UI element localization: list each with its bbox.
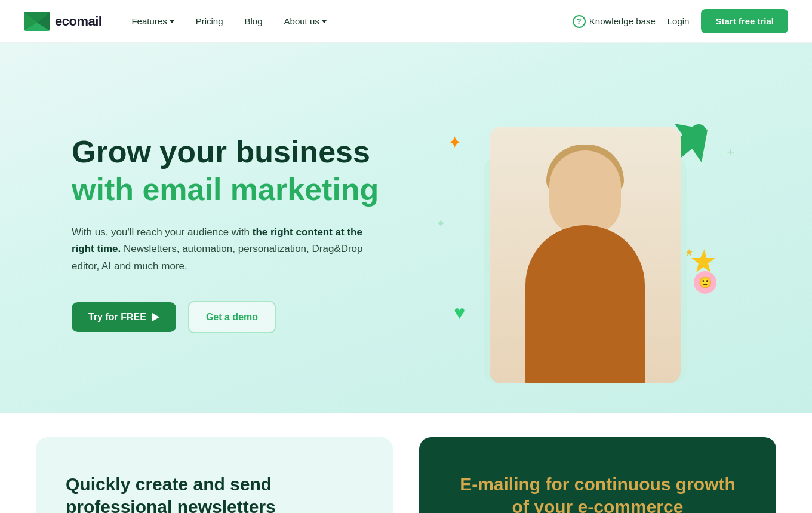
nav-blog[interactable]: Blog <box>236 11 271 31</box>
get-demo-button[interactable]: Get a demo <box>188 301 276 333</box>
smiley-icon: 🙂 <box>694 271 716 294</box>
svg-marker-5 <box>691 249 715 272</box>
hero-person-container: ✦ ✦ + <box>472 109 699 383</box>
person-head <box>549 150 621 234</box>
star-orange-icon: ✦ <box>448 133 462 152</box>
logo-icon <box>24 12 50 31</box>
hero-title-line2: with email marketing <box>72 172 406 208</box>
play-icon <box>152 313 159 321</box>
card-newsletters-title: Quickly create and send professional new… <box>66 473 363 513</box>
nav-right: ? Knowledge base Login Start free trial <box>573 9 788 33</box>
person-body <box>525 225 645 383</box>
try-free-button[interactable]: Try for FREE <box>72 302 176 332</box>
chevron-down-icon <box>322 20 327 23</box>
login-link[interactable]: Login <box>665 11 692 31</box>
hero-section: Grow your business with email marketing … <box>0 43 812 413</box>
nav-pricing[interactable]: Pricing <box>187 11 232 31</box>
card-ecommerce-title: E-mailing for continuous growth of your … <box>449 473 746 513</box>
start-trial-button[interactable]: Start free trial <box>701 9 788 33</box>
card-newsletters: Quickly create and send professional new… <box>36 437 393 513</box>
card-ecommerce: E-mailing for continuous growth of your … <box>419 437 776 513</box>
hero-person <box>490 127 681 383</box>
logo-text: ecomail <box>55 14 102 29</box>
nav-features[interactable]: Features <box>123 11 182 31</box>
nav-left: ecomail Features Pricing Blog About us <box>24 11 335 31</box>
bottom-cards-row: Quickly create and send professional new… <box>36 437 776 513</box>
hero-subtitle: With us, you'll reach your audience with… <box>72 224 370 274</box>
logo[interactable]: ecomail <box>24 12 102 31</box>
hero-title-line1: Grow your business <box>72 135 406 169</box>
hero-buttons: Try for FREE Get a demo <box>72 301 406 333</box>
nav-links: Features Pricing Blog About us <box>123 11 334 31</box>
star-green-icon: ✦ <box>436 216 446 231</box>
help-icon: ? <box>573 15 586 28</box>
bottom-cards-container: Quickly create and send professional new… <box>0 413 812 513</box>
hero-content: Grow your business with email marketing … <box>72 135 406 333</box>
chevron-down-icon <box>170 20 174 23</box>
plus-icon: + <box>727 145 734 160</box>
svg-marker-6 <box>687 248 693 256</box>
nav-about[interactable]: About us <box>276 11 335 31</box>
heart-icon: ♥ <box>454 302 465 324</box>
hero-image-area: ✦ ✦ + <box>406 85 764 383</box>
person-illustration <box>496 133 675 383</box>
knowledge-base-link[interactable]: ? Knowledge base <box>573 15 656 28</box>
navbar: ecomail Features Pricing Blog About us ?… <box>0 0 812 43</box>
